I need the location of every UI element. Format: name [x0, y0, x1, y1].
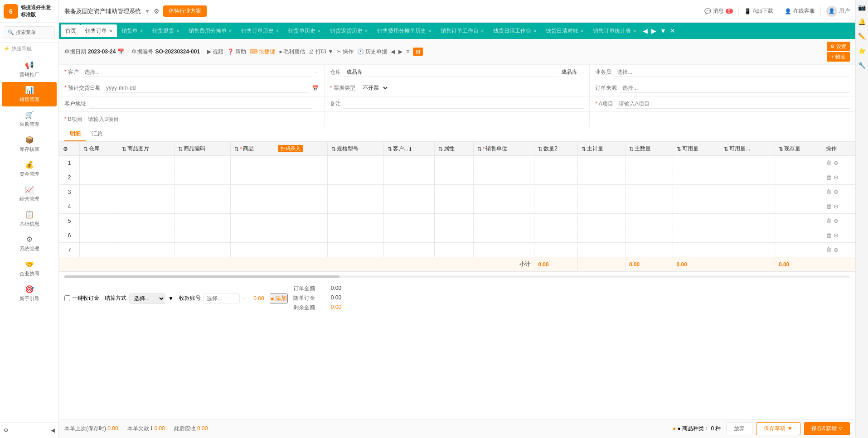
settings-icon[interactable]: ⚙ [4, 427, 9, 433]
tab-sales-order[interactable]: 销售订单 ✕ [81, 24, 117, 37]
print-btn[interactable]: 🖨 打印 ▼ [309, 48, 333, 56]
col-unit-header[interactable]: ⇅ * 销售单位 [473, 142, 534, 156]
col-settings-icon[interactable]: ⚙ [63, 146, 68, 152]
delivery-date-input[interactable] [103, 83, 309, 93]
app-download-btn[interactable]: 📱 App下载 [744, 7, 773, 15]
tab-close-icon[interactable]: ✕ [140, 29, 143, 34]
scroll-thumb[interactable] [64, 275, 339, 278]
save-draft-btn[interactable]: 保存草稿 ▼ [756, 422, 800, 435]
col-stock-header[interactable]: ⇅ 现存量 [775, 142, 822, 156]
tab-close-icon[interactable]: ✕ [428, 29, 432, 34]
row-1-warehouse[interactable] [80, 156, 118, 170]
row-1-spec[interactable] [327, 156, 383, 170]
row-1-unit[interactable] [473, 156, 534, 170]
sidebar-item-enterprise[interactable]: 🤝 企业协同 [2, 256, 57, 281]
col-available-header[interactable]: ⇅ 可用量 [673, 142, 720, 156]
form-view-btn[interactable]: ⊞ [413, 48, 423, 56]
delete-icon[interactable]: 🗑 [826, 246, 832, 253]
tab-close-icon[interactable]: ✕ [580, 29, 584, 34]
info-icon[interactable]: ℹ [409, 146, 412, 152]
copy-icon[interactable]: ⊕ [834, 188, 839, 195]
tab-close-icon[interactable]: ✕ [176, 29, 179, 34]
delete-icon[interactable]: 🗑 [826, 188, 832, 195]
history-btn[interactable]: 🕐 历史单据 [357, 48, 387, 56]
tab-menu-btn[interactable]: ▼ [658, 26, 668, 35]
delete-icon[interactable]: 🗑 [826, 217, 832, 224]
sidebar-item-purchase[interactable]: 🛒 采购管理 [2, 107, 57, 131]
save-new-btn[interactable]: 保存&新增 ∨ [804, 422, 850, 435]
calendar-icon2[interactable]: 📅 [312, 85, 319, 91]
order-source-input[interactable] [620, 83, 850, 93]
invoice-type-select[interactable]: 不开票 [358, 83, 389, 93]
view-btn[interactable]: ▶ 视频 [207, 48, 223, 56]
row-1-main-qty[interactable] [625, 156, 673, 170]
tab-cash-workbench[interactable]: 钱货日清工作台 ✕ [489, 24, 541, 37]
col-qty2-header[interactable]: ⇅ 数量2 [534, 142, 578, 156]
tab-sales-cost[interactable]: 销售费用分摊单 ✕ [184, 24, 237, 37]
add-btn[interactable]: ● 添加 [270, 294, 288, 303]
col-main-unit-header[interactable]: ⇅ 主计量 [578, 142, 626, 156]
col-settings-header[interactable]: ⚙ [59, 142, 80, 156]
tab-cash-reconcile[interactable]: 钱货日清对账 ✕ [541, 24, 588, 37]
tab-close-icon[interactable]: ✕ [317, 29, 321, 34]
tab-close-icon[interactable]: ✕ [228, 29, 232, 34]
right-panel-icon-5[interactable]: 🔧 [856, 60, 868, 71]
scroll-track[interactable] [64, 275, 850, 278]
row-1-product[interactable] [231, 156, 274, 170]
tab-order-history[interactable]: 销售订单历史 ✕ [237, 24, 284, 37]
logistics-btn[interactable]: + 物流 [827, 52, 850, 62]
warehouse-input[interactable] [344, 67, 558, 77]
search-menu-button[interactable]: 🔍 搜索菜单 [4, 26, 55, 39]
tab-close-all-btn[interactable]: ✕ [668, 26, 677, 35]
nav-next-btn[interactable]: ▶ [398, 48, 402, 55]
delete-icon[interactable]: 🗑 [826, 159, 832, 166]
sidebar-item-operation[interactable]: 📈 经营管理 [2, 182, 57, 206]
dropdown-icon[interactable]: ▼ [145, 8, 150, 14]
scan-btn[interactable]: 扫码录入 [278, 145, 303, 152]
collapse-icon[interactable]: ◀ [51, 427, 55, 433]
tab-close-icon[interactable]: ✕ [533, 29, 537, 34]
nav-prev-btn[interactable]: ◀ [391, 48, 395, 55]
row-1-qty2[interactable] [534, 156, 578, 170]
tab-close-icon[interactable]: ✕ [276, 29, 279, 34]
copy-icon[interactable]: ⊕ [834, 159, 839, 166]
right-panel-icon-1[interactable]: 📷 [856, 2, 868, 13]
b-project-input[interactable] [85, 115, 319, 124]
account-input[interactable] [204, 294, 240, 303]
warehouse-more-icon[interactable]: ··· [580, 70, 584, 75]
settings-side-btn[interactable]: ⚙ 设置 [827, 42, 850, 51]
shortcut-btn[interactable]: ⌨ 快捷键 [250, 48, 275, 56]
help-btn[interactable]: ❓ 帮助 [227, 48, 246, 56]
col-product-header[interactable]: ⇅ * 商品 [231, 142, 274, 156]
delete-icon[interactable]: 🗑 [826, 174, 832, 181]
date-value[interactable]: 2023-03-24 [88, 48, 116, 55]
sidebar-item-finance[interactable]: 💰 资金管理 [2, 157, 57, 181]
col-customer-code-header[interactable]: ⇅ 客户... ℹ [383, 142, 435, 156]
quick-nav-item[interactable]: ⚡ 快捷导航 [0, 43, 58, 55]
address-more-icon[interactable]: ··· [315, 101, 318, 106]
copy-icon[interactable]: ⊕ [834, 232, 839, 239]
calendar-icon[interactable]: 📅 [117, 48, 124, 55]
message-btn[interactable]: 💬 消息 9 [704, 7, 733, 15]
row-1-code[interactable] [175, 156, 231, 170]
list-view-btn[interactable]: ≡ [406, 48, 409, 55]
tab-cost-history[interactable]: 销售费用分摊单历史 ✕ [373, 24, 436, 37]
memo-input[interactable] [344, 99, 584, 109]
copy-icon[interactable]: ⊕ [834, 203, 839, 210]
tab-next-btn[interactable]: ▶ [650, 26, 658, 35]
customer-more-icon[interactable]: ··· [315, 70, 318, 75]
industry-btn[interactable]: 体验行业方案 [163, 5, 207, 17]
right-panel-icon-4[interactable]: ⭐ [856, 45, 868, 56]
row-1-customer-code[interactable] [383, 156, 435, 170]
collect-checkbox[interactable] [64, 295, 70, 301]
tab-order-workbench[interactable]: 销售订单工作台 ✕ [436, 24, 489, 37]
sub-tab-detail[interactable]: 明细 [64, 127, 86, 141]
delete-icon[interactable]: 🗑 [826, 203, 832, 210]
col-image-header[interactable]: ⇅ 商品图片 [118, 142, 175, 156]
sidebar-item-system[interactable]: ⚙ 系统管理 [2, 231, 57, 256]
tab-close-icon[interactable]: ✕ [633, 29, 636, 34]
col-main-qty-header[interactable]: ⇅ 主数量 [625, 142, 673, 156]
col-spec-header[interactable]: ⇅ 规格型号 [327, 142, 383, 156]
profit-btn[interactable]: ● 毛利预估 [279, 48, 305, 56]
col-code-header[interactable]: ⇅ 商品编码 [175, 142, 231, 156]
